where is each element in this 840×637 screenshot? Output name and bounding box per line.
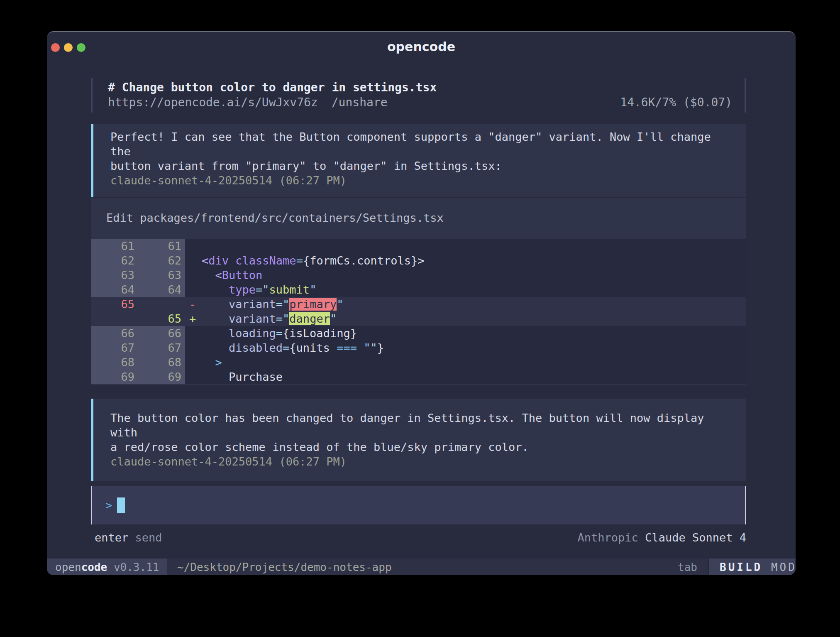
brand-code: code — [81, 561, 107, 573]
window-titlebar[interactable]: opencode — [47, 32, 796, 59]
message-lines: Perfect! I can see that the Button compo… — [110, 130, 730, 173]
new-line-number: 66 — [134, 326, 181, 341]
new-line-number: 69 — [134, 370, 181, 384]
brand-open: open — [55, 561, 81, 573]
app-version: v0.3.11 — [114, 561, 159, 573]
old-line-number: 66 — [91, 326, 134, 341]
diff-marker — [185, 253, 202, 268]
new-line-number: 65 — [134, 311, 181, 326]
diff-gutter: 6969 — [91, 370, 185, 384]
old-line-number: 63 — [91, 268, 134, 282]
new-line-number — [134, 297, 181, 311]
context-stats: 14.6K/7% ($0.07) — [620, 95, 732, 110]
prompt-input[interactable]: > — [91, 486, 746, 524]
old-line-number: 65 — [91, 297, 134, 311]
old-line-number: 69 — [91, 370, 134, 384]
old-line-number: 64 — [91, 282, 134, 297]
session-header: # Change button color to danger in setti… — [91, 78, 746, 113]
new-line-number: 67 — [134, 341, 181, 355]
window-title: opencode — [47, 39, 796, 54]
old-line-number — [91, 311, 134, 326]
code-line — [202, 239, 746, 253]
old-line-number: 61 — [91, 239, 134, 253]
diff-row: 65+ variant="danger" — [91, 311, 746, 326]
new-line-number: 68 — [134, 355, 181, 370]
assistant-message: Perfect! I can see that the Button compo… — [91, 124, 746, 197]
code-line: Purchase — [202, 370, 746, 384]
diff-gutter: 6666 — [91, 326, 185, 341]
diff-marker — [185, 341, 202, 355]
share-url-link[interactable]: https://opencode.ai/s/UwJxv76z — [108, 95, 318, 110]
message-meta: claude-sonnet-4-20250514 (06:27 PM) — [110, 454, 730, 469]
diff-row: 6666 loading={isLoading} — [91, 326, 746, 341]
code-line: type="submit" — [202, 282, 746, 297]
diff-gutter: 6363 — [91, 268, 185, 282]
diff-row: 6363 <Button — [91, 268, 746, 282]
text-cursor — [117, 497, 125, 513]
diff-marker: + — [185, 311, 202, 326]
diff-row: 6969 Purchase — [91, 370, 746, 384]
new-line-number: 64 — [134, 282, 181, 297]
code-line: <div className={formCs.controls}> — [202, 253, 746, 268]
diff-row: 6464 type="submit" — [91, 282, 746, 297]
footer-hints: enter send Anthropic Claude Sonnet 4 — [95, 530, 746, 545]
model-label: Claude Sonnet 4 — [645, 531, 746, 544]
diff-row: 6161 — [91, 239, 746, 253]
message-line: Perfect! I can see that the Button compo… — [110, 130, 730, 159]
diff-marker — [185, 282, 202, 297]
new-line-number: 61 — [134, 239, 181, 253]
app-version-badge: opencode v0.3.11 — [47, 559, 167, 575]
diff-marker — [185, 239, 202, 253]
provider-label: Anthropic — [578, 531, 638, 544]
mode-secondary: MODE — [771, 561, 796, 573]
diff-gutter: 6868 — [91, 355, 185, 370]
session-title: # Change button color to danger in setti… — [108, 80, 732, 95]
diff-marker — [185, 326, 202, 341]
diff-gutter: 65 — [91, 297, 185, 311]
code-line: variant="danger" — [202, 311, 746, 326]
old-line-number: 62 — [91, 253, 134, 268]
enter-key-hint: enter — [95, 531, 128, 544]
send-action-hint: send — [135, 531, 162, 544]
message-line: The button color has been changed to dan… — [110, 411, 730, 440]
code-line: loading={isLoading} — [202, 326, 746, 341]
diff-marker — [185, 370, 202, 384]
diff-marker — [185, 355, 202, 370]
diff-marker — [185, 268, 202, 282]
message-line: a red/rose color scheme instead of the b… — [110, 440, 730, 454]
new-line-number: 62 — [134, 253, 181, 268]
opencode-terminal-window: opencode # Change button color to danger… — [47, 31, 796, 575]
mode-primary: BUILD — [720, 561, 762, 573]
message-meta: claude-sonnet-4-20250514 (06:27 PM) — [110, 173, 730, 188]
code-line: <Button — [202, 268, 746, 282]
diff-row: 6767 disabled={units === ""} — [91, 341, 746, 355]
diff-gutter: 65 — [91, 311, 185, 326]
tab-key-hint: tab — [678, 559, 708, 575]
old-line-number: 67 — [91, 341, 134, 355]
diff-gutter: 6161 — [91, 239, 185, 253]
diff-row: 6868 > — [91, 355, 746, 370]
diff-gutter: 6767 — [91, 341, 185, 355]
diff-marker: - — [185, 297, 202, 311]
working-directory: ~/Desktop/Projects/demo-notes-app — [167, 559, 678, 575]
unshare-command[interactable]: /unshare — [332, 95, 388, 110]
assistant-message: The button color has been changed to dan… — [91, 399, 746, 481]
diff-row: 65- variant="primary" — [91, 297, 746, 311]
edit-tool-card: Edit packages/frontend/src/containers/Se… — [91, 198, 746, 385]
diff-view: 61616262<div className={formCs.controls}… — [91, 239, 746, 384]
code-line: disabled={units === ""} — [202, 341, 746, 355]
diff-gutter: 6262 — [91, 253, 185, 268]
message-lines: The button color has been changed to dan… — [110, 411, 730, 454]
message-line: button variant from "primary" to "danger… — [110, 159, 730, 173]
prompt-chevron: > — [105, 499, 112, 512]
status-bar: opencode v0.3.11 ~/Desktop/Projects/demo… — [47, 559, 796, 575]
edit-tool-title: Edit packages/frontend/src/containers/Se… — [91, 211, 746, 225]
new-line-number: 63 — [134, 268, 181, 282]
mode-toggle[interactable]: BUILD MODE — [708, 559, 796, 575]
code-line: > — [202, 355, 746, 370]
diff-row: 6262<div className={formCs.controls}> — [91, 253, 746, 268]
code-line: variant="primary" — [202, 297, 746, 311]
diff-gutter: 6464 — [91, 282, 185, 297]
old-line-number: 68 — [91, 355, 134, 370]
